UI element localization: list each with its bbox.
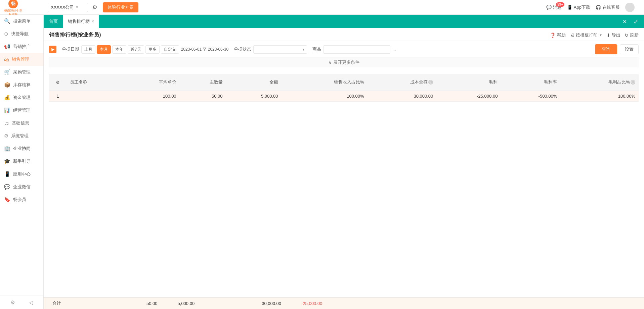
tab-sales-ranking[interactable]: 销售排行榜 × (63, 15, 99, 28)
apps-icon: 📱 (4, 171, 10, 177)
goods-more-link[interactable]: ... (392, 47, 396, 52)
top-bar: 畅 畅康通好生意 标准版 XXXXX公司 ▼ ⚙ 体验行业方案 💬 消息 99+… (0, 0, 644, 15)
date-range-text: 2023-06-01 至 2023-06-30 (181, 47, 228, 52)
logo-icon: 畅 (8, 0, 18, 9)
refresh-icon: ↻ (625, 33, 629, 38)
message-badge: 99+ (556, 2, 564, 7)
finance-icon: 💰 (4, 95, 10, 101)
sidebar-label-wechat: 企业微信 (13, 184, 31, 190)
headset-icon: 🎧 (596, 5, 601, 10)
trial-button[interactable]: 体验行业方案 (103, 2, 138, 12)
phone-icon: 📱 (567, 5, 572, 10)
goods-filter-group: 商品 ... (312, 45, 396, 54)
member-icon: 🔖 (4, 197, 10, 203)
print-link[interactable]: 🖨 按模板打印 ▼ (570, 32, 602, 38)
export-label: 导出 (612, 32, 620, 38)
date-filter-label: 单据日期 (62, 46, 79, 52)
sidebar-item-system[interactable]: ⚙ 系统管理 (0, 130, 43, 142)
date-btn-last-month[interactable]: 上月 (81, 45, 95, 54)
settings-gear-icon[interactable]: ⚙ (90, 3, 99, 12)
date-btn-more[interactable]: 更多 (145, 45, 160, 54)
sidebar-label-sales: 销售管理 (12, 56, 29, 62)
cost-info-icon[interactable]: ⓘ (428, 80, 433, 85)
tab-label-sales-ranking: 销售排行榜 (68, 18, 90, 24)
sidebar-item-sales[interactable]: 🛍 销售管理 (0, 53, 43, 66)
sidebar-collapse-icon[interactable]: ◁ (29, 299, 33, 306)
settings-button[interactable]: 设置 (620, 44, 639, 54)
help-link[interactable]: ❓ 帮助 (550, 32, 566, 38)
table-row: 1 100.00 50.00 5,000.00 100.00% 30,000.0… (49, 91, 639, 102)
th-sales-pct: 销售收入占比% (282, 74, 368, 91)
sidebar-item-shortcut[interactable]: ⊙ 快捷导航 (0, 28, 43, 40)
filter-toggle-arrow[interactable]: ▶ (49, 46, 56, 53)
page-actions: ❓ 帮助 🖨 按模板打印 ▼ ⬇ 导出 ↻ 刷新 (550, 32, 639, 38)
online-service-item[interactable]: 🎧 在线客服 (596, 4, 620, 10)
goods-input[interactable] (323, 45, 390, 54)
sidebar-label-guide: 新手引导 (13, 158, 31, 164)
expand-more-bar[interactable]: ∨ 展开更多条件 (49, 57, 639, 67)
grosspct-info-icon[interactable]: ⓘ (631, 80, 635, 85)
message-icon-item[interactable]: 💬 消息 99+ (546, 4, 562, 10)
sidebar-item-operation[interactable]: 📊 经营管理 (0, 104, 43, 117)
sidebar-item-wechat[interactable]: 💬 企业微信 (0, 181, 43, 193)
filter-row-1: ▶ 单据日期 上月 本月 本年 近7天 更多 自定义 2023-06-01 至 … (49, 44, 639, 54)
sidebar-item-guide[interactable]: 🎓 新手引导 (0, 155, 43, 168)
sidebar-label-purchase: 采购管理 (13, 69, 31, 75)
date-btn-last7[interactable]: 近7天 (128, 45, 144, 54)
th-name: 员工名称 (67, 74, 123, 91)
page-content: 销售排行榜(按业务员) ❓ 帮助 🖨 按模板打印 ▼ ⬇ 导出 (44, 28, 644, 309)
status-filter-label: 单据状态 (234, 46, 251, 52)
chevron-down-icon: ▼ (75, 5, 79, 9)
date-btn-this-year[interactable]: 本年 (112, 45, 126, 54)
refresh-label: 刷新 (630, 32, 639, 38)
footer-amount: 5,000.00 (178, 301, 195, 306)
status-select[interactable] (253, 45, 307, 54)
refresh-link[interactable]: ↻ 刷新 (625, 32, 639, 38)
marketing-icon: 📢 (4, 44, 10, 50)
sidebar-footer: ⚙ ◁ (0, 296, 43, 309)
th-gross-rate: 毛利率 (501, 74, 560, 91)
sidebar-label-marketing: 营销推广 (13, 44, 31, 50)
export-link[interactable]: ⬇ 导出 (606, 32, 620, 38)
tab-close-window-icon[interactable]: ✕ (620, 18, 629, 25)
query-button[interactable]: 查询 (595, 44, 617, 54)
sidebar-item-apps[interactable]: 📱 应用中心 (0, 168, 43, 181)
cell-qty: 50.00 (180, 91, 226, 102)
operation-icon: 📊 (4, 107, 10, 113)
print-label: 按模板打印 (576, 32, 598, 38)
footer-label: 合计 (52, 300, 79, 306)
purchase-icon: 🛒 (4, 69, 10, 75)
table-header-row: ⚙ 员工名称 平均单价 主数量 全额 销售收入占比% 成本全额 ⓘ (49, 74, 639, 91)
sidebar-item-basic[interactable]: 🗂 基础信息 (0, 117, 43, 130)
tab-close-icon[interactable]: × (92, 19, 94, 24)
column-settings-icon[interactable]: ⚙ (52, 77, 63, 88)
sidebar-footer-settings-icon[interactable]: ⚙ (10, 299, 15, 306)
table-footer: 合计 50.00 5,000.00 30,000.00 -25,000.00 (44, 297, 644, 309)
sidebar-item-inventory[interactable]: 📦 库存核算 (0, 79, 43, 91)
goods-filter-label: 商品 (312, 46, 321, 52)
avatar (625, 3, 635, 12)
sidebar-item-finance[interactable]: 💰 资金管理 (0, 91, 43, 104)
page-title: 销售排行榜(按业务员) (49, 32, 101, 39)
date-btn-this-month[interactable]: 本月 (97, 45, 111, 54)
date-filter-group: 单据日期 上月 本月 本年 近7天 更多 自定义 2023-06-01 至 20… (62, 45, 228, 54)
sidebar-label-system: 系统管理 (11, 133, 29, 139)
tab-bar-actions: ✕ ⤢ (620, 18, 644, 25)
app-download-item[interactable]: 📱 App下载 (567, 4, 590, 10)
status-filter-group: 单据状态 ▼ (234, 45, 307, 54)
date-btn-custom[interactable]: 自定义 (161, 45, 179, 54)
company-selector[interactable]: XXXXX公司 ▼ (48, 3, 88, 12)
sidebar-item-enterprise[interactable]: 🏢 企业协同 (0, 142, 43, 155)
sidebar-label-basic: 基础信息 (12, 120, 29, 126)
inventory-icon: 📦 (4, 82, 10, 88)
sidebar-item-purchase[interactable]: 🛒 采购管理 (0, 66, 43, 79)
sales-icon: 🛍 (4, 57, 9, 62)
sidebar-item-marketing[interactable]: 📢 营销推广 (0, 40, 43, 53)
tab-home[interactable]: 首页 (44, 15, 63, 28)
sidebar-item-member[interactable]: 🔖 畅会员 (0, 193, 43, 206)
cell-amount: 5,000.00 (226, 91, 282, 102)
footer-qty: 50.00 (146, 301, 158, 306)
tab-maximize-icon[interactable]: ⤢ (632, 18, 640, 25)
sidebar-item-search[interactable]: 🔍 搜索菜单 (0, 15, 43, 28)
sidebar: 🔍 搜索菜单 ⊙ 快捷导航 📢 营销推广 🛍 销售管理 🛒 采购管理 📦 库存核… (0, 15, 44, 309)
